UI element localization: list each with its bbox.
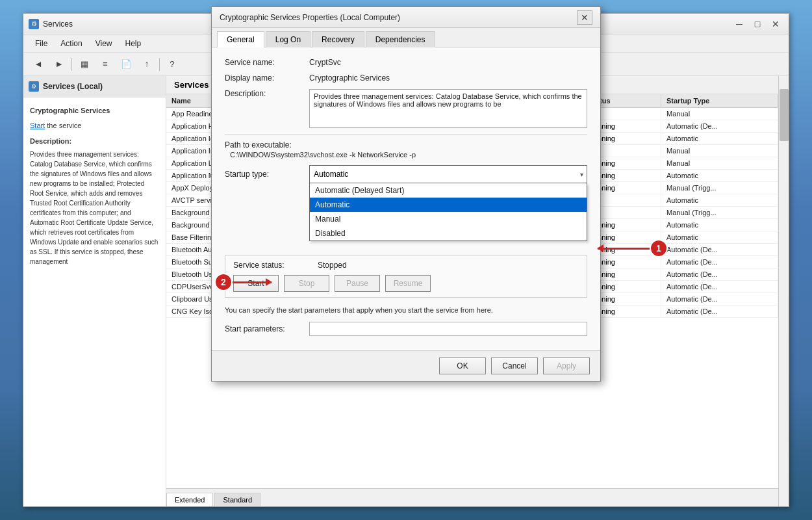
stop-service-button[interactable]: Stop bbox=[284, 275, 329, 292]
description-row: Description: Provides three management s… bbox=[225, 89, 587, 128]
arrowhead-1 bbox=[597, 244, 603, 252]
properties-dialog: Cryptographic Services Properties (Local… bbox=[211, 6, 601, 382]
dialog-close-button[interactable]: ✕ bbox=[577, 10, 592, 25]
service-status-buttons: Start Stop Pause Resume bbox=[233, 275, 579, 292]
dialog-title: Cryptographic Services Properties (Local… bbox=[220, 13, 577, 22]
resume-service-button[interactable]: Resume bbox=[385, 275, 431, 292]
service-name-row: Service name: CryptSvc bbox=[225, 58, 587, 67]
path-row: Path to executable: C:\WINDOWS\system32\… bbox=[225, 140, 587, 159]
path-value: C:\WINDOWS\system32\svchost.exe -k Netwo… bbox=[230, 151, 587, 159]
annotation-number-1: 1 bbox=[650, 239, 668, 257]
annotation-arrow-1: 1 bbox=[598, 239, 668, 257]
status-row: Service status: Stopped bbox=[233, 261, 579, 270]
dropdown-item-manual[interactable]: Manual bbox=[310, 212, 587, 226]
dialog-titlebar: Cryptographic Services Properties (Local… bbox=[212, 7, 600, 28]
status-label: Service status: bbox=[233, 261, 318, 270]
arrow-line-1 bbox=[598, 248, 650, 250]
display-name-label: Display name: bbox=[225, 73, 309, 83]
startup-type-label: Startup type: bbox=[225, 170, 309, 179]
tab-logon[interactable]: Log On bbox=[266, 31, 311, 47]
annotation-number-2: 2 bbox=[214, 273, 233, 291]
tab-dependencies[interactable]: Dependencies bbox=[366, 31, 435, 47]
path-label: Path to executable: bbox=[225, 140, 587, 150]
service-status-section: Service status: Stopped Start Stop Pause… bbox=[225, 255, 587, 298]
params-input[interactable] bbox=[309, 322, 587, 336]
startup-type-select[interactable]: Automatic bbox=[309, 165, 587, 183]
apply-button[interactable]: Apply bbox=[543, 358, 590, 374]
service-name-value: CryptSvc bbox=[309, 58, 341, 67]
description-value[interactable]: Provides three management services: Cata… bbox=[309, 89, 587, 128]
startup-select-wrapper: Automatic ▾ Automatic (Delayed Start) Au… bbox=[309, 165, 587, 183]
hint-text: You can specify the start parameters tha… bbox=[225, 306, 587, 315]
dropdown-item-automatic[interactable]: Automatic bbox=[310, 198, 587, 212]
dropdown-item-delayed[interactable]: Automatic (Delayed Start) bbox=[310, 183, 587, 198]
arrow-line-2 bbox=[233, 281, 272, 283]
tab-general[interactable]: General bbox=[217, 31, 264, 47]
divider bbox=[225, 135, 587, 135]
dialog-footer: OK Cancel Apply bbox=[212, 350, 600, 381]
annotation-arrow-2: 2 bbox=[214, 273, 272, 291]
dialog-body: Service name: CryptSvc Display name: Cry… bbox=[212, 47, 600, 350]
params-row: Start parameters: bbox=[225, 322, 587, 336]
cancel-button[interactable]: Cancel bbox=[491, 358, 538, 374]
startup-value-display: Automatic bbox=[314, 170, 348, 179]
description-label: Description: bbox=[225, 89, 309, 98]
dropdown-item-disabled[interactable]: Disabled bbox=[310, 226, 587, 240]
dialog-tabs: General Log On Recovery Dependencies bbox=[212, 28, 600, 47]
display-name-row: Display name: Cryptographic Services bbox=[225, 73, 587, 83]
status-value: Stopped bbox=[318, 261, 347, 270]
startup-type-row: Startup type: Automatic ▾ Automatic (Del… bbox=[225, 165, 587, 183]
tab-recovery[interactable]: Recovery bbox=[312, 31, 364, 47]
startup-dropdown: Automatic (Delayed Start) Automatic Manu… bbox=[309, 183, 587, 241]
arrowhead-2 bbox=[266, 278, 272, 286]
pause-service-button[interactable]: Pause bbox=[335, 275, 380, 292]
params-label: Start parameters: bbox=[225, 324, 309, 333]
ok-button[interactable]: OK bbox=[439, 358, 486, 374]
service-name-label: Service name: bbox=[225, 58, 309, 67]
dialog-overlay: Cryptographic Services Properties (Local… bbox=[0, 0, 812, 520]
display-name-value: Cryptographic Services bbox=[309, 73, 390, 83]
